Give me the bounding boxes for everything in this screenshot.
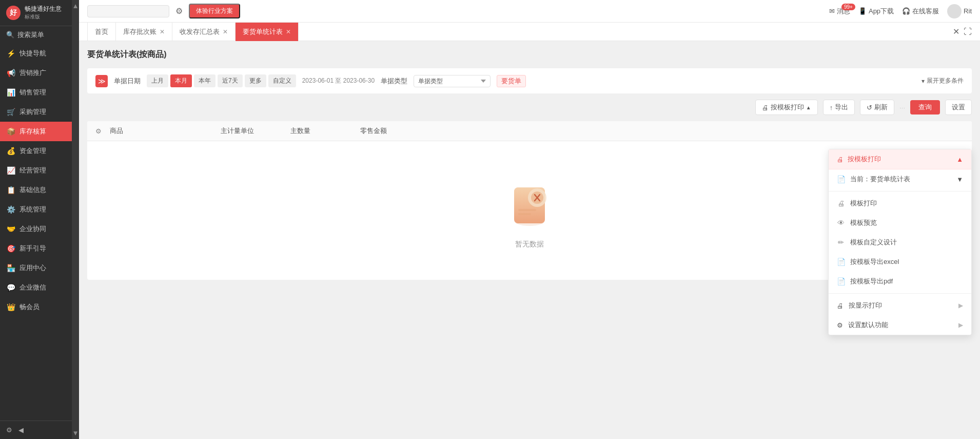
- sidebar-item-finance[interactable]: 💰 资金管理: [0, 141, 72, 161]
- doc-type-select[interactable]: 单据类型: [414, 75, 491, 87]
- sidebar-item-wechat[interactable]: 💬 企业微信: [0, 278, 72, 297]
- purchase-icon: 🛒: [6, 108, 15, 116]
- default-func-icon: ⚙: [837, 321, 843, 329]
- sidebar: 好 畅捷通好生意 标准版 🔍 搜索菜单 ⚡ 快捷导航 📢 营销推广 📊 销售管理…: [0, 0, 72, 439]
- template-custom-label: 模板自定义设计: [850, 238, 897, 247]
- template-custom-icon: ✏: [837, 238, 845, 246]
- print-btn[interactable]: 🖨 按模板打印 ▲: [755, 100, 818, 115]
- sidebar-item-label: 资金管理: [19, 146, 46, 156]
- date-current-month[interactable]: 本月: [170, 74, 192, 87]
- marketing-icon: 📢: [6, 69, 15, 77]
- export-icon: ↑: [830, 104, 833, 111]
- refresh-btn[interactable]: ↺ 刷新: [860, 100, 894, 115]
- tab-home[interactable]: 首页: [87, 23, 116, 41]
- requisition-label: 要货单: [497, 75, 526, 87]
- scroll-up-btn[interactable]: ▲: [72, 2, 79, 10]
- template-preview-icon: 👁: [837, 219, 845, 227]
- sidebar-item-member[interactable]: 👑 畅会员: [0, 297, 72, 317]
- filter-expand-btn[interactable]: ≫: [95, 75, 108, 87]
- sidebar-item-collab[interactable]: 🤝 企业协同: [0, 219, 72, 239]
- inventory-icon: 📦: [6, 127, 15, 136]
- search-menu-label: 搜索菜单: [17, 30, 44, 40]
- topbar-search-input[interactable]: [87, 5, 169, 17]
- sidebar-item-operations[interactable]: 📈 经营管理: [0, 161, 72, 180]
- refresh-btn-label: 刷新: [874, 103, 888, 112]
- promo-button[interactable]: 体验行业方案: [189, 4, 240, 18]
- window-close-btn[interactable]: ✕: [953, 27, 959, 36]
- date-more[interactable]: 更多: [245, 74, 266, 87]
- online-service-btn[interactable]: 🎧 在线客服: [902, 7, 939, 16]
- doc-type-label: 单据类型: [381, 77, 407, 86]
- sidebar-bottom: ⚙ ◀: [0, 421, 72, 439]
- date-prev-month[interactable]: 上月: [147, 74, 168, 87]
- sidebar-item-label: 系统管理: [19, 205, 46, 214]
- dropdown-default-func[interactable]: ⚙ 设置默认功能 ▶: [829, 315, 971, 335]
- dropdown-export-excel[interactable]: 📄 按模板导出excel: [829, 252, 971, 272]
- tab-receipt-summary[interactable]: 收发存汇总表 ✕: [172, 23, 236, 41]
- current-template-label: 当前：要货单统计表: [850, 175, 910, 184]
- app-download-btn[interactable]: 📱 App下载: [858, 7, 894, 16]
- search-icon: 🔍: [6, 31, 14, 39]
- dropdown-header: 🖨 按模板打印 ▲: [829, 149, 971, 169]
- dropdown-template-print[interactable]: 🖨 模板打印: [829, 194, 971, 213]
- dropdown-display-print[interactable]: 🖨 按显示打印 ▶: [829, 296, 971, 315]
- messages-badge: 99+: [841, 4, 855, 10]
- dropdown-current-template[interactable]: 📄 当前：要货单统计表 ▼: [829, 169, 971, 189]
- tab-inventory-batch[interactable]: 库存批次账 ✕: [116, 23, 172, 41]
- sidebar-item-inventory[interactable]: 📦 库存核算: [0, 122, 72, 141]
- window-maximize-btn[interactable]: ⛶: [964, 27, 972, 36]
- tab-requisition-stats[interactable]: 要货单统计表 ✕: [236, 23, 299, 41]
- tab-receipt-summary-close[interactable]: ✕: [223, 28, 228, 35]
- sidebar-item-guide[interactable]: 🎯 新手引导: [0, 239, 72, 258]
- display-print-label: 按显示打印: [849, 301, 882, 310]
- table-col-product: 商品: [110, 126, 212, 136]
- search-menu-btn[interactable]: 🔍 搜索菜单: [0, 26, 72, 44]
- sidebar-item-sales[interactable]: 📊 销售管理: [0, 83, 72, 102]
- dropdown-template-custom[interactable]: ✏ 模板自定义设计: [829, 233, 971, 252]
- tab-requisition-stats-close[interactable]: ✕: [286, 28, 291, 35]
- export-btn[interactable]: ↑ 导出: [823, 100, 855, 115]
- sidebar-nav: ⚡ 快捷导航 📢 营销推广 📊 销售管理 🛒 采购管理 📦 库存核算 💰 资金管…: [0, 44, 72, 421]
- messages-btn[interactable]: ✉ 消息 99+: [829, 7, 850, 16]
- tabs-bar: 首页 库存批次账 ✕ 收发存汇总表 ✕ 要货单统计表 ✕ ✕ ⛶: [79, 23, 980, 41]
- table-col-gear-icon[interactable]: ⚙: [95, 127, 102, 135]
- tab-inventory-batch-close[interactable]: ✕: [160, 28, 165, 35]
- sidebar-item-label: 经营管理: [19, 166, 46, 175]
- sidebar-item-label: 基础信息: [19, 185, 46, 195]
- dropdown-template-preview[interactable]: 👁 模板预览: [829, 213, 971, 233]
- sales-icon: 📊: [6, 88, 15, 97]
- settings-icon[interactable]: ⚙: [6, 426, 12, 434]
- date-custom[interactable]: 自定义: [268, 74, 296, 87]
- date-options: 上月 本月 本年 近7天 更多 自定义: [147, 74, 296, 87]
- sidebar-item-appstore[interactable]: 🏪 应用中心: [0, 258, 72, 278]
- page-content: 要货单统计表(按商品) ≫ 单据日期 上月 本月 本年 近7天 更多 自定义 2…: [79, 41, 980, 439]
- sidebar-item-marketing[interactable]: 📢 营销推广: [0, 63, 72, 83]
- dropdown-title: 按模板打印: [848, 155, 881, 164]
- expand-more-btn[interactable]: ▾ 展开更多条件: [922, 77, 964, 85]
- collapse-icon[interactable]: ◀: [18, 426, 24, 434]
- sidebar-logo: 好 畅捷通好生意 标准版: [0, 0, 72, 26]
- sidebar-item-quick-nav[interactable]: ⚡ 快捷导航: [0, 44, 72, 63]
- sidebar-item-basic[interactable]: 📋 基础信息: [0, 180, 72, 200]
- app-download-icon: 📱: [858, 7, 867, 15]
- topbar-gear-icon[interactable]: ⚙: [175, 6, 183, 16]
- action-bar: 🖨 按模板打印 ▲ ↑ 导出 ↺ 刷新 ··· 查询 设置: [87, 100, 972, 115]
- user-avatar[interactable]: Rit: [947, 4, 972, 18]
- date-last-7-days[interactable]: 近7天: [218, 74, 243, 87]
- message-icon: ✉: [829, 7, 835, 15]
- sidebar-item-label: 采购管理: [19, 107, 46, 117]
- dropdown-export-pdf[interactable]: 📄 按模板导出pdf: [829, 272, 971, 291]
- filter-bar: ≫ 单据日期 上月 本月 本年 近7天 更多 自定义 2023-06-01 至 …: [87, 68, 972, 93]
- print-icon: 🖨: [762, 104, 769, 111]
- sidebar-item-system[interactable]: ⚙️ 系统管理: [0, 200, 72, 219]
- tab-requisition-stats-label: 要货单统计表: [243, 27, 283, 36]
- query-btn[interactable]: 查询: [910, 100, 940, 114]
- sidebar-scrollbar: ▲ ▼: [72, 0, 79, 439]
- basic-icon: 📋: [6, 186, 15, 194]
- sidebar-item-purchase[interactable]: 🛒 采购管理: [0, 102, 72, 122]
- system-icon: ⚙️: [6, 205, 15, 214]
- date-this-year[interactable]: 本年: [194, 74, 215, 87]
- sidebar-item-label: 畅会员: [19, 302, 40, 312]
- settings-btn[interactable]: 设置: [945, 100, 972, 115]
- scroll-down-btn[interactable]: ▼: [72, 429, 79, 437]
